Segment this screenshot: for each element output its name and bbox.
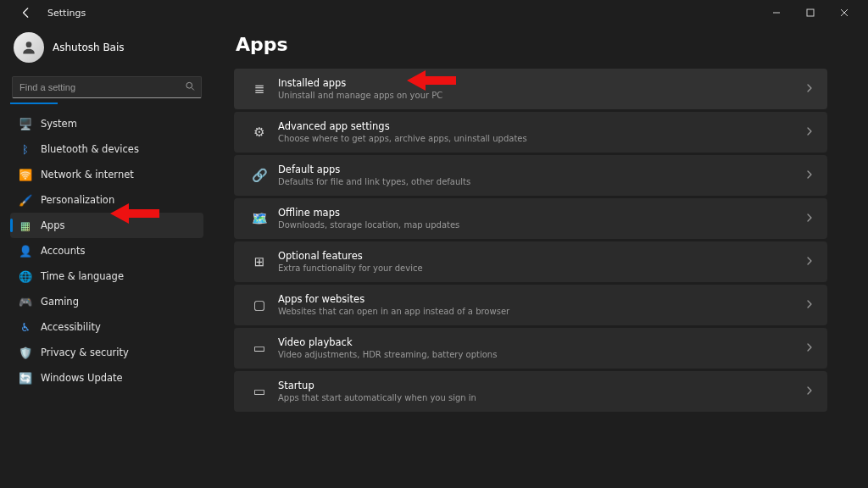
app-title: Settings [47,8,86,19]
card-default-apps[interactable]: 🔗Default appsDefaults for file and link … [234,155,827,196]
card-title: Offline maps [278,207,805,219]
card-offline-maps[interactable]: 🗺️Offline mapsDownloads, storage locatio… [234,198,827,239]
sidebar-item-windows-update[interactable]: 🔄Windows Update [10,365,203,391]
card-subtitle: Websites that can open in an app instead… [278,306,805,317]
sidebar-item-bluetooth-devices[interactable]: ᛒBluetooth & devices [10,136,203,162]
sidebar-item-label: Apps [41,219,64,231]
card-text: Default appsDefaults for file and link t… [278,164,805,187]
card-title: Video playback [278,336,805,349]
page-title: Apps [236,34,827,55]
svg-line-4 [192,88,194,91]
sidebar-item-privacy-security[interactable]: 🛡️Privacy & security [10,340,203,365]
wifi-icon: 🛜 [19,168,32,181]
card-subtitle: Choose where to get apps, archive apps, … [278,133,805,144]
card-subtitle: Apps that start automatically when you s… [278,392,805,403]
card-title: Startup [278,380,805,392]
card-subtitle: Extra functionality for your device [278,263,805,274]
titlebar: Settings [0,0,868,25]
search-accent [10,103,58,104]
svg-point-3 [186,82,192,88]
card-text: Apps for websitesWebsites that can open … [278,293,805,317]
search-wrap [12,76,202,98]
maximize-button[interactable] [793,1,827,25]
card-text: StartupApps that start automatically whe… [278,380,805,403]
sidebar-item-gaming[interactable]: 🎮Gaming [10,289,203,314]
person-icon: 👤 [19,244,32,258]
chevron-right-icon [805,126,814,138]
monitor-icon: ▢ [248,297,271,313]
sidebar-item-personalization[interactable]: 🖌️Personalization [10,187,203,213]
brush-icon: 🖌️ [19,193,32,207]
sidebar-item-label: Windows Update [41,372,123,384]
sidebar-item-apps[interactable]: ▦Apps [10,213,203,238]
chevron-right-icon [805,342,814,354]
chevron-right-icon [805,385,814,397]
sidebar-item-label: System [41,118,77,130]
card-apps-for-websites[interactable]: ▢Apps for websitesWebsites that can open… [234,285,827,325]
shield-icon: 🛡️ [19,346,32,359]
avatar [14,32,44,63]
close-button[interactable] [827,1,861,25]
sidebar-item-accessibility[interactable]: ♿Accessibility [10,314,203,340]
sidebar-item-accounts[interactable]: 👤Accounts [10,238,203,263]
card-video-playback[interactable]: ▭Video playbackVideo adjustments, HDR st… [234,328,827,369]
card-subtitle: Defaults for file and link types, other … [278,176,805,187]
puzzle-icon: ⊞ [248,254,271,269]
sidebar-item-label: Gaming [41,296,79,308]
list-icon: ≣ [248,81,271,97]
card-title: Advanced app settings [278,120,805,133]
card-text: Video playbackVideo adjustments, HDR str… [278,336,805,360]
sidebar-item-network-internet[interactable]: 🛜Network & internet [10,162,203,187]
card-title: Apps for websites [278,293,805,306]
chevron-right-icon [805,299,814,311]
card-title: Installed apps [278,77,805,90]
sidebar-item-label: Privacy & security [41,347,129,358]
minimize-button[interactable] [760,1,793,25]
card-startup[interactable]: ▭StartupApps that start automatically wh… [234,371,827,412]
link-icon: 🔗 [248,168,271,183]
card-title: Default apps [278,164,805,176]
sidebar-item-system[interactable]: 🖥️System [10,111,203,136]
back-button[interactable] [14,1,39,25]
card-text: Installed appsUninstall and manage apps … [278,77,805,101]
card-title: Optional features [278,250,805,263]
card-advanced-app-settings[interactable]: ⚙Advanced app settingsChoose where to ge… [234,112,827,152]
user-block[interactable]: Ashutosh Bais [10,29,203,73]
sidebar-item-label: Accounts [41,245,85,257]
search-icon [185,81,195,94]
bluetooth-icon: ᛒ [19,142,32,156]
system-icon: 🖥️ [19,117,32,130]
chevron-right-icon [805,213,814,225]
sidebar-item-label: Time & language [41,270,124,282]
svg-rect-1 [807,9,814,16]
card-text: Advanced app settingsChoose where to get… [278,120,805,144]
user-name: Ashutosh Bais [53,42,125,53]
card-subtitle: Video adjustments, HDR streaming, batter… [278,349,805,360]
sidebar-item-label: Accessibility [41,321,101,333]
apps-icon: ▦ [19,219,32,232]
card-optional-features[interactable]: ⊞Optional featuresExtra functionality fo… [234,241,827,282]
chevron-right-icon [805,169,814,181]
globe-icon: 🌐 [19,269,32,283]
main: Apps ≣Installed appsUninstall and manage… [214,25,868,488]
card-subtitle: Uninstall and manage apps on your PC [278,90,805,101]
search-input[interactable] [12,76,202,98]
card-installed-apps[interactable]: ≣Installed appsUninstall and manage apps… [234,69,827,109]
sidebar-item-time-language[interactable]: 🌐Time & language [10,263,203,289]
video-icon: ▭ [248,341,271,356]
sidebar-item-label: Bluetooth & devices [41,143,139,155]
map-icon: 🗺️ [248,211,271,226]
gamepad-icon: 🎮 [19,295,32,308]
update-icon: 🔄 [19,371,32,385]
sidebar-item-label: Network & internet [41,169,134,180]
svg-point-2 [26,42,32,47]
user-text: Ashutosh Bais [53,42,125,53]
chevron-right-icon [805,83,814,95]
window-controls [760,1,861,25]
card-subtitle: Downloads, storage location, map updates [278,219,805,230]
nav: 🖥️SystemᛒBluetooth & devices🛜Network & i… [10,111,203,391]
accessibility-icon: ♿ [19,320,32,334]
card-text: Optional featuresExtra functionality for… [278,250,805,274]
cards-list: ≣Installed appsUninstall and manage apps… [234,69,827,412]
card-text: Offline mapsDownloads, storage location,… [278,207,805,230]
